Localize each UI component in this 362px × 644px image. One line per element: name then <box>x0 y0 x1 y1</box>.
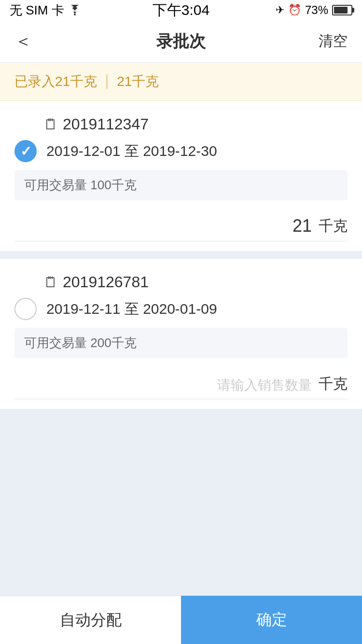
auto-assign-button[interactable]: 自动分配 <box>0 596 181 644</box>
batch-available-2: 可用交易量 200千克 <box>14 328 348 358</box>
batch-date-1: 2019-12-01 至 2019-12-30 <box>46 141 217 161</box>
status-bar: 无 SIM 卡 下午3:04 ✈ ⏰ 73% <box>0 0 362 20</box>
batch-card-2: 🗒 2019126781 2019-12-11 至 2020-01-09 可用交… <box>0 259 362 409</box>
location-icon: ✈ <box>276 4 284 16</box>
batch-id-2: 2019126781 <box>63 273 149 291</box>
wifi-icon <box>68 5 82 15</box>
batch-id-1: 2019112347 <box>63 115 149 133</box>
page-title: 录批次 <box>156 30 206 53</box>
svg-point-0 <box>74 14 76 15</box>
batch-header-1: 🗒 2019112347 <box>14 115 348 133</box>
quantity-unit-1: 千克 <box>319 216 348 236</box>
batch-doc-icon-1: 🗒 <box>43 116 58 133</box>
clear-button[interactable]: 清空 <box>319 31 348 51</box>
batch-card-1: 🗒 2019112347 2019-12-01 至 2019-12-30 可用交… <box>0 101 362 251</box>
footer: 自动分配 确定 <box>0 596 362 644</box>
quantity-input-2[interactable] <box>215 374 312 394</box>
batch-date-2: 2019-12-11 至 2020-01-09 <box>46 299 217 319</box>
status-bar-time: 下午3:04 <box>153 0 209 20</box>
quantity-divider-2 <box>14 399 348 399</box>
batch-row-2: 2019-12-11 至 2020-01-09 <box>14 298 348 320</box>
recorded-label: 已录入21千克 <box>14 72 97 91</box>
alarm-icon: ⏰ <box>288 4 301 16</box>
quantity-row-1: 千克 <box>14 208 348 239</box>
battery-icon <box>332 5 352 15</box>
section-separator <box>0 251 362 259</box>
carrier-text: 无 SIM 卡 <box>10 2 64 19</box>
batch-doc-icon-2: 🗒 <box>43 274 58 291</box>
status-bar-right: ✈ ⏰ 73% <box>276 3 352 17</box>
batch-row-1: 2019-12-01 至 2019-12-30 <box>14 140 348 162</box>
back-button[interactable]: ＜ <box>14 29 32 53</box>
info-banner: 已录入21千克 21千克 <box>0 63 362 101</box>
banner-divider <box>107 74 107 89</box>
nav-bar: ＜ 录批次 清空 <box>0 20 362 63</box>
status-bar-left: 无 SIM 卡 <box>10 2 82 19</box>
batch-radio-2[interactable] <box>14 298 37 320</box>
confirm-button[interactable]: 确定 <box>181 596 362 644</box>
quantity-divider-1 <box>14 241 348 241</box>
batch-radio-1[interactable] <box>14 140 37 162</box>
recorded-value: 21千克 <box>117 72 159 91</box>
quantity-input-1[interactable] <box>215 216 312 236</box>
quantity-row-2: 千克 <box>14 366 348 397</box>
batch-header-2: 🗒 2019126781 <box>14 273 348 291</box>
battery-percent: 73% <box>305 3 328 17</box>
batch-available-1: 可用交易量 100千克 <box>14 170 348 200</box>
quantity-unit-2: 千克 <box>319 374 348 394</box>
